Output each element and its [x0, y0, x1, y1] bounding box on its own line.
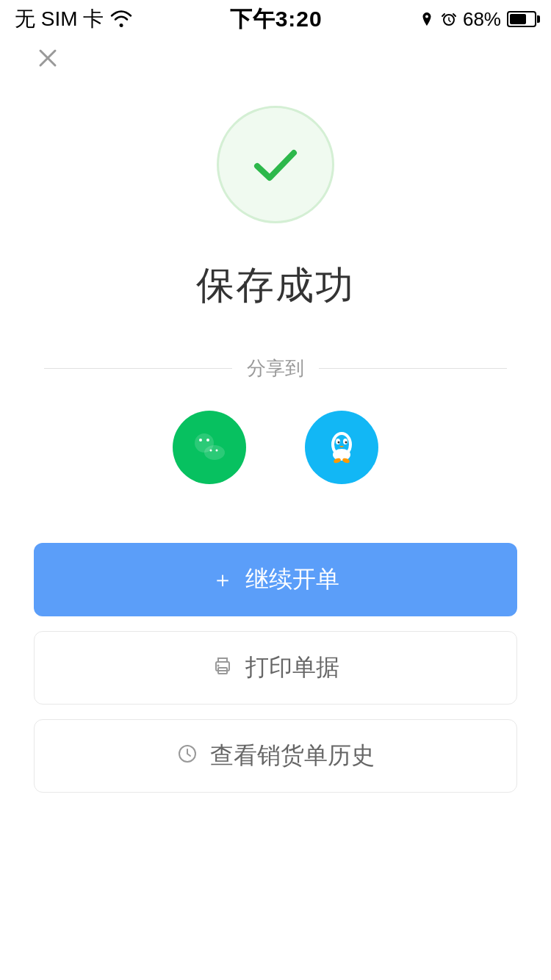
- divider-right: [319, 368, 507, 369]
- print-label: 打印单据: [245, 652, 339, 684]
- success-title: 保存成功: [196, 260, 355, 311]
- divider-left: [44, 368, 232, 369]
- sim-label: 无 SIM 卡: [15, 5, 104, 33]
- alarm-icon: [441, 11, 457, 27]
- wechat-share-button[interactable]: [173, 411, 246, 484]
- location-icon: [419, 11, 435, 27]
- svg-point-12: [333, 449, 350, 461]
- wechat-icon: [188, 428, 231, 466]
- share-divider: 分享到: [0, 356, 551, 381]
- share-label: 分享到: [232, 356, 319, 381]
- time-display: 下午3:20: [230, 4, 323, 35]
- wifi-icon: [109, 10, 133, 28]
- status-bar: 无 SIM 卡 下午3:20 68%: [0, 0, 551, 32]
- battery-icon: [507, 11, 536, 27]
- history-label: 查看销货单历史: [210, 740, 375, 772]
- action-buttons: ＋ 继续开单 打印单据 查看销货单历史: [0, 543, 551, 793]
- print-button[interactable]: 打印单据: [34, 631, 517, 705]
- success-icon-circle: [217, 106, 334, 223]
- close-button[interactable]: [29, 40, 66, 76]
- qq-share-button[interactable]: [305, 411, 378, 484]
- svg-point-10: [338, 442, 340, 444]
- battery-percent: 68%: [463, 8, 501, 31]
- share-buttons-group: [173, 411, 378, 484]
- svg-point-11: [345, 442, 347, 444]
- continue-button[interactable]: ＋ 继续开单: [34, 543, 517, 616]
- status-right: 68%: [419, 8, 536, 31]
- checkmark-icon: [246, 135, 305, 194]
- history-icon: [176, 743, 198, 770]
- history-button[interactable]: 查看销货单历史: [34, 719, 517, 793]
- status-left: 无 SIM 卡: [15, 5, 133, 33]
- print-icon: [212, 655, 234, 682]
- plus-icon: ＋: [212, 565, 234, 595]
- main-content: 保存成功 分享到: [0, 32, 551, 793]
- continue-label: 继续开单: [245, 563, 339, 596]
- qq-icon: [320, 425, 364, 469]
- svg-point-17: [217, 664, 220, 666]
- svg-point-5: [204, 445, 225, 460]
